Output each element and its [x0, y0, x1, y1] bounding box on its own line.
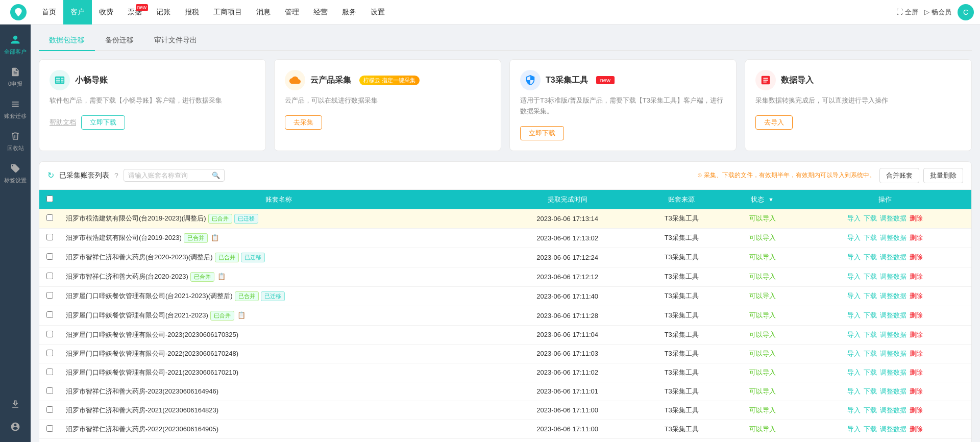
- op-导入[interactable]: 导入: [847, 253, 861, 261]
- tab-audit-export[interactable]: 审计文件导出: [144, 31, 207, 50]
- op-下载[interactable]: 下载: [864, 253, 877, 261]
- file-icon[interactable]: 📋: [217, 273, 226, 280]
- row-checkbox-9[interactable]: [46, 387, 53, 394]
- row-checkbox-5[interactable]: [46, 311, 53, 318]
- sidebar-item-download[interactable]: [9, 393, 21, 415]
- sidebar-item-tag-settings[interactable]: 标签设置: [0, 157, 31, 189]
- op-导入[interactable]: 导入: [847, 350, 861, 357]
- sidebar-item-trash[interactable]: 回收站: [0, 125, 31, 157]
- batch-delete-button[interactable]: 批量删除: [923, 168, 963, 183]
- op-调整数据[interactable]: 调整数据: [880, 369, 906, 376]
- file-icon[interactable]: 📋: [211, 234, 219, 241]
- help-icon[interactable]: ?: [114, 171, 118, 180]
- row-checkbox-2[interactable]: [46, 253, 53, 260]
- op-删除[interactable]: 删除: [910, 387, 923, 395]
- op-导入[interactable]: 导入: [847, 369, 861, 376]
- op-删除[interactable]: 删除: [910, 350, 923, 357]
- xiaochang-download-button[interactable]: 立即下载: [81, 115, 125, 130]
- op-导入[interactable]: 导入: [847, 406, 861, 414]
- op-导入[interactable]: 导入: [847, 425, 861, 433]
- op-调整数据[interactable]: 调整数据: [880, 273, 906, 280]
- op-下载[interactable]: 下载: [864, 273, 877, 280]
- search-input[interactable]: [128, 171, 210, 179]
- row-checkbox-7[interactable]: [46, 350, 53, 356]
- tab-backup-migration[interactable]: 备份迁移: [95, 31, 144, 50]
- op-下载[interactable]: 下载: [864, 369, 877, 376]
- nav-tax[interactable]: 报税: [178, 0, 206, 24]
- status-filter-icon[interactable]: ▼: [768, 197, 774, 203]
- nav-manage[interactable]: 管理: [278, 0, 306, 24]
- row-checkbox-0[interactable]: [46, 214, 53, 221]
- header-checkbox[interactable]: [39, 190, 60, 209]
- nav-operation[interactable]: 经营: [306, 0, 335, 24]
- row-checkbox-6[interactable]: [46, 331, 53, 337]
- op-调整数据[interactable]: 调整数据: [880, 425, 906, 433]
- op-删除[interactable]: 删除: [910, 292, 923, 300]
- op-下载[interactable]: 下载: [864, 406, 877, 414]
- cloud-collect-button[interactable]: 去采集: [285, 115, 322, 130]
- merge-accounts-button[interactable]: 合并账套: [879, 168, 919, 183]
- op-下载[interactable]: 下载: [864, 331, 877, 338]
- nav-fee[interactable]: 收费: [92, 0, 120, 24]
- refresh-button[interactable]: ↻: [47, 170, 54, 180]
- op-下载[interactable]: 下载: [864, 214, 877, 222]
- op-下载[interactable]: 下载: [864, 350, 877, 357]
- nav-home[interactable]: 首页: [35, 0, 63, 24]
- op-调整数据[interactable]: 调整数据: [880, 350, 906, 357]
- select-all-checkbox[interactable]: [46, 195, 53, 202]
- row-checkbox-1[interactable]: [46, 234, 53, 240]
- op-下载[interactable]: 下载: [864, 387, 877, 395]
- op-调整数据[interactable]: 调整数据: [880, 311, 906, 319]
- op-下载[interactable]: 下载: [864, 234, 877, 241]
- op-导入[interactable]: 导入: [847, 273, 861, 280]
- nav-invoice[interactable]: 票据new: [120, 0, 149, 24]
- sidebar-item-zero-report[interactable]: 0申报: [0, 61, 31, 93]
- row-checkbox-8[interactable]: [46, 369, 53, 375]
- avatar[interactable]: C: [958, 4, 974, 20]
- sidebar-item-migrate[interactable]: 账套迁移: [0, 93, 31, 125]
- op-删除[interactable]: 删除: [910, 273, 923, 280]
- sidebar-item-user-settings[interactable]: [9, 415, 21, 438]
- op-删除[interactable]: 删除: [910, 406, 923, 414]
- member-button[interactable]: ▷ 畅会员: [924, 8, 951, 17]
- op-下载[interactable]: 下载: [864, 425, 877, 433]
- op-调整数据[interactable]: 调整数据: [880, 234, 906, 241]
- row-checkbox-11[interactable]: [46, 425, 53, 432]
- row-checkbox-3[interactable]: [46, 273, 53, 279]
- xiaochang-help-link[interactable]: 帮助文档: [50, 118, 76, 127]
- t3-download-button[interactable]: 立即下载: [520, 126, 564, 140]
- op-调整数据[interactable]: 调整数据: [880, 387, 906, 395]
- op-删除[interactable]: 删除: [910, 253, 923, 261]
- row-checkbox-10[interactable]: [46, 406, 53, 413]
- search-icon[interactable]: 🔍: [212, 171, 220, 179]
- op-导入[interactable]: 导入: [847, 292, 861, 300]
- nav-business[interactable]: 工商项目: [206, 0, 249, 24]
- op-导入[interactable]: 导入: [847, 214, 861, 222]
- import-go-button[interactable]: 去导入: [755, 115, 793, 130]
- op-导入[interactable]: 导入: [847, 387, 861, 395]
- op-删除[interactable]: 删除: [910, 214, 923, 222]
- nav-settings[interactable]: 设置: [363, 0, 392, 24]
- op-下载[interactable]: 下载: [864, 292, 877, 300]
- op-导入[interactable]: 导入: [847, 234, 861, 241]
- op-删除[interactable]: 删除: [910, 234, 923, 241]
- op-删除[interactable]: 删除: [910, 311, 923, 319]
- nav-customer[interactable]: 客户: [63, 0, 92, 24]
- nav-message[interactable]: 消息: [249, 0, 278, 24]
- op-下载[interactable]: 下载: [864, 311, 877, 319]
- row-checkbox-4[interactable]: [46, 292, 53, 299]
- op-调整数据[interactable]: 调整数据: [880, 253, 906, 261]
- op-调整数据[interactable]: 调整数据: [880, 214, 906, 222]
- op-删除[interactable]: 删除: [910, 331, 923, 338]
- op-调整数据[interactable]: 调整数据: [880, 292, 906, 300]
- file-icon[interactable]: 📋: [237, 311, 246, 319]
- nav-service[interactable]: 服务: [335, 0, 363, 24]
- fullscreen-button[interactable]: ⛶ 全屏: [896, 8, 918, 17]
- sidebar-item-all-customers[interactable]: 全部客户: [0, 29, 31, 61]
- op-删除[interactable]: 删除: [910, 369, 923, 376]
- logo[interactable]: [6, 4, 31, 20]
- op-调整数据[interactable]: 调整数据: [880, 406, 906, 414]
- op-导入[interactable]: 导入: [847, 311, 861, 319]
- op-导入[interactable]: 导入: [847, 331, 861, 338]
- nav-bookkeeping[interactable]: 记账: [149, 0, 178, 24]
